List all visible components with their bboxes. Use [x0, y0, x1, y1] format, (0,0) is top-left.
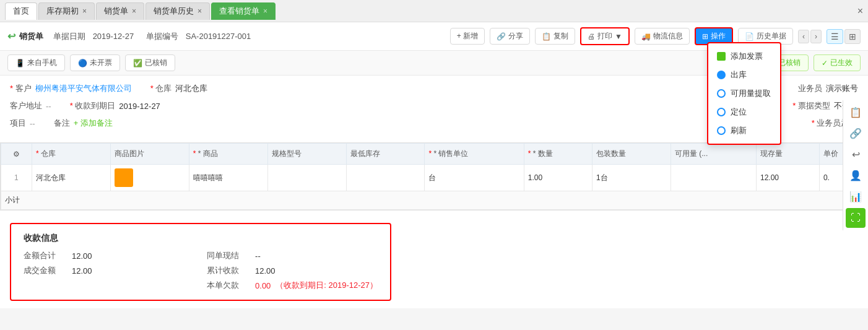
locate-label: 定位 [731, 106, 747, 118]
check-icon: ✅ [133, 59, 142, 67]
print-button[interactable]: 🖨 打印 ▼ [580, 27, 630, 45]
not-open-button[interactable]: 🔵 未开票 [70, 54, 120, 71]
logistics-icon: 🚚 [641, 32, 651, 41]
sidebar-icon-4[interactable]: 👤 [846, 166, 866, 186]
effective-button[interactable]: ✓ 已生效 [814, 54, 861, 71]
single-settlement-value: -- [255, 251, 261, 261]
print-icon: 🖨 [588, 32, 595, 41]
address-label: 客户地址 [10, 100, 42, 111]
dropdown-available-extract[interactable]: 可用量提取 [708, 84, 780, 103]
project-value: -- [30, 119, 35, 128]
transaction-amount-label: 成交金额 [24, 265, 67, 276]
warehouse-label: 仓库 [150, 83, 172, 94]
total-amount-label: 金额合计 [24, 250, 67, 261]
sidebar-icon-3[interactable]: ↩ [846, 145, 866, 165]
add-invoice-label: 添加发票 [731, 51, 763, 62]
window-close-button[interactable]: × [857, 6, 863, 17]
payment-section: 收款信息 金额合计 12.00 同单现结 -- 成交金额 12.00 [10, 223, 391, 301]
print-dropdown-icon: ▼ [615, 32, 622, 41]
list-view-button[interactable]: ☰ [827, 29, 843, 44]
tab-sales-order-close[interactable]: × [132, 7, 136, 15]
next-arrow[interactable]: › [810, 30, 822, 43]
logistics-button[interactable]: 🚚 物流信息 [635, 28, 690, 45]
subtotal-row: 小计 [1, 191, 867, 210]
warehouse-field: 仓库 河北仓库 [150, 83, 208, 94]
col-available: 可用量 (... [671, 144, 756, 165]
ops-icon: ⊞ [702, 32, 708, 41]
table-header-row: ⚙ 仓库 商品图片 * 商品 规格型号 最低库存 * 销售单位 * 数量 包装数… [1, 144, 867, 165]
row-num: 1 [1, 165, 32, 191]
dropdown-refresh[interactable]: 刷新 [708, 121, 780, 140]
row-quantity: 1.00 [524, 165, 592, 191]
outbound-icon [717, 71, 726, 79]
share-icon: 🔗 [497, 32, 506, 41]
table-container: ⚙ 仓库 商品图片 * 商品 规格型号 最低库存 * 销售单位 * 数量 包装数… [0, 142, 868, 211]
sidebar-icon-expand[interactable]: ⛶ [846, 208, 866, 228]
dropdown-add-invoice[interactable]: 添加发票 [708, 47, 780, 66]
payment-date-value: 2019-12-27 [119, 102, 160, 111]
col-warehouse: 仓库 [32, 144, 110, 165]
tab-sales-history[interactable]: 销货单历史 × [145, 2, 210, 20]
tab-inventory-init-label: 库存期初 [46, 6, 79, 17]
copy-icon: 📋 [542, 32, 551, 41]
check-button[interactable]: ✅ 已核销 [125, 54, 175, 71]
col-product-img: 商品图片 [110, 144, 189, 165]
row-min-stock [346, 165, 425, 191]
from-phone-button[interactable]: 📱 来自手机 [7, 54, 65, 71]
dropdown-locate[interactable]: 定位 [708, 103, 780, 121]
phone-icon: 📱 [15, 59, 25, 67]
doc-type-label: 销货单 [19, 31, 43, 42]
project-label: 项目 [10, 118, 26, 129]
arrears-note: （收款到期日: 2019-12-27） [276, 280, 378, 291]
tab-view-sales-close[interactable]: × [263, 7, 267, 15]
ticket-type-label: 票据类型 [792, 100, 830, 111]
col-settings[interactable]: ⚙ [1, 144, 32, 165]
row-available [671, 165, 756, 191]
row-product-img [110, 165, 189, 191]
customer-value[interactable]: 柳州粤港平安气体有限公司 [35, 83, 132, 94]
copy-button[interactable]: 📋 复制 [535, 28, 575, 45]
tab-sales-order-label: 销货单 [104, 6, 128, 17]
refresh-icon [717, 126, 726, 135]
tab-sales-history-close[interactable]: × [197, 7, 202, 15]
col-min-stock: 最低库存 [346, 144, 425, 165]
tab-home-label: 首页 [13, 6, 29, 17]
address-value: -- [46, 102, 51, 111]
current-arrears-value: 0.00 [255, 281, 271, 290]
doc-number-value: SA-20191227-001 [186, 32, 251, 41]
cumulative-collection-row: 累计收款 12.00 [207, 265, 378, 276]
current-arrears-full-row: 本单欠款 0.00 （收款到期日: 2019-12-27） [207, 280, 378, 291]
payment-date-field: 收款到期日 2019-12-27 [70, 100, 160, 111]
current-arrears-label: 本单欠款 [207, 280, 250, 291]
col-product: * 商品 [189, 144, 267, 165]
dropdown-outbound[interactable]: 出库 [708, 66, 780, 84]
table-row: 1 河北仓库 嘻嘻嘻嘻 台 1.00 1台 12.00 0. [1, 165, 867, 191]
sidebar-icon-1[interactable]: 📋 [846, 103, 866, 123]
tab-inventory-init[interactable]: 库存期初 × [38, 2, 95, 20]
add-invoice-icon [717, 52, 726, 61]
tab-home[interactable]: 首页 [5, 2, 37, 20]
prev-arrow[interactable]: ‹ [798, 30, 809, 43]
sidebar-icon-5[interactable]: 📊 [846, 187, 866, 207]
tab-view-sales[interactable]: 查看销货单 × [211, 2, 276, 20]
tab-view-sales-label: 查看销货单 [219, 6, 259, 17]
doc-meta: 单据日期 2019-12-27 单据编号 SA-20191227-001 [53, 31, 251, 42]
data-table: ⚙ 仓库 商品图片 * 商品 规格型号 最低库存 * 销售单位 * 数量 包装数… [1, 143, 867, 210]
note-field: 备注 + 添加备注 [54, 118, 113, 129]
row-stock: 12.00 [756, 165, 819, 191]
locate-icon [717, 108, 726, 116]
grid-view-button[interactable]: ⊞ [844, 29, 861, 44]
col-stock: 现存量 [756, 144, 819, 165]
tab-inventory-init-close[interactable]: × [82, 7, 87, 15]
sidebar-icon-2[interactable]: 🔗 [846, 124, 866, 144]
customer-label: 客户 [10, 83, 32, 94]
share-button[interactable]: 🔗 分享 [490, 28, 530, 45]
new-button[interactable]: + 新增 [450, 28, 485, 45]
subtotal-label: 小计 [1, 191, 867, 210]
note-label: 备注 [54, 118, 70, 129]
col-unit: * 销售单位 [425, 144, 524, 165]
staff-field: 业务员 演示账号 [798, 83, 858, 94]
tab-sales-order[interactable]: 销货单 × [96, 2, 144, 20]
ops-dropdown: 添加发票 出库 可用量提取 定位 刷新 [707, 42, 781, 145]
add-note-button[interactable]: + 添加备注 [74, 118, 113, 129]
